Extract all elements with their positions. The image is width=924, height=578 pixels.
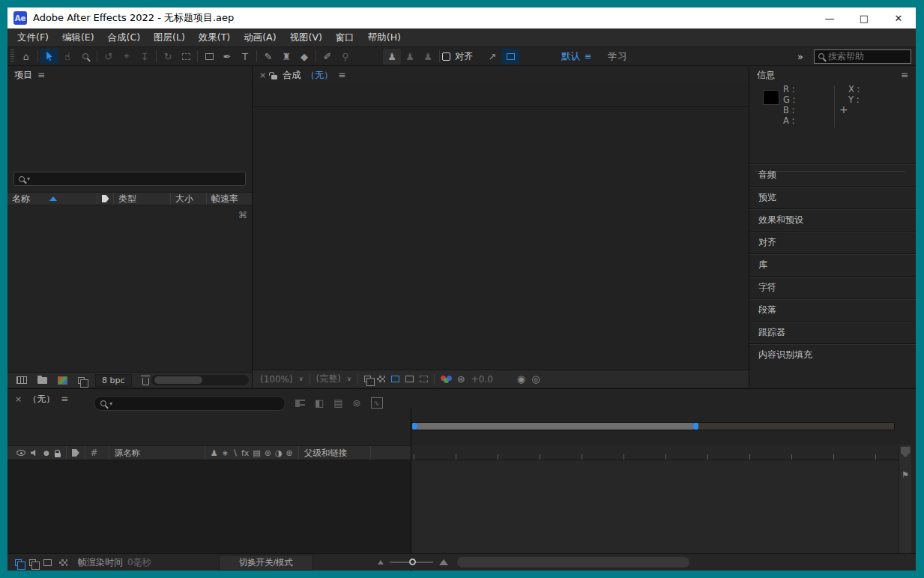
exposure-icon[interactable]: ⊛ xyxy=(457,373,465,385)
audio-icon[interactable] xyxy=(31,450,38,457)
pen-tool-icon[interactable]: ✒ xyxy=(218,49,236,64)
graph-editor-icon[interactable]: ∿ xyxy=(371,397,383,409)
info-panel-menu-icon[interactable]: ≡ xyxy=(901,70,908,80)
new-folder-icon[interactable] xyxy=(37,377,47,384)
panel-tab-character[interactable]: 字符 xyxy=(749,276,916,298)
comp-panel-menu-icon[interactable]: ≡ xyxy=(338,70,345,80)
menu-window[interactable]: 窗口 xyxy=(336,31,354,44)
roto-brush-tool-icon[interactable]: ✐ xyxy=(318,49,336,64)
menu-edit[interactable]: 编辑(E) xyxy=(62,31,94,44)
panel-tab-align[interactable]: 对齐 xyxy=(749,231,916,253)
snap-options-icon[interactable] xyxy=(501,49,519,64)
parent-link-column[interactable]: 父级和链接 xyxy=(298,446,370,460)
project-settings-icon[interactable] xyxy=(78,377,85,384)
menu-help[interactable]: 帮助(H) xyxy=(368,31,401,44)
menu-animation[interactable]: 动画(A) xyxy=(244,31,276,44)
panel-tab-libraries[interactable]: 库 xyxy=(749,253,916,276)
menu-composition[interactable]: 合成(C) xyxy=(108,31,140,44)
selection-tool-icon[interactable] xyxy=(40,49,58,64)
composition-viewer[interactable] xyxy=(253,84,749,370)
column-name[interactable]: 名称 xyxy=(7,193,97,205)
timeline-tab-close-icon[interactable]: × xyxy=(15,394,22,404)
solo-icon[interactable]: ● xyxy=(43,449,49,457)
menu-file[interactable]: 文件(F) xyxy=(17,31,49,44)
help-search[interactable] xyxy=(814,49,911,64)
panel-tab-paragraph[interactable]: 段落 xyxy=(749,298,916,321)
panel-tab-tracker[interactable]: 跟踪器 xyxy=(749,321,916,343)
resolution-dropdown[interactable]: (完整) xyxy=(316,373,341,385)
help-search-input[interactable] xyxy=(828,51,903,61)
toggle-inout-pane-icon[interactable] xyxy=(43,559,52,566)
pan-camera-tool-icon[interactable]: ⌖ xyxy=(118,49,136,64)
show-snapshot-icon[interactable]: ◎ xyxy=(531,373,540,385)
work-area-end-handle[interactable] xyxy=(693,423,698,430)
maximize-button[interactable]: □ xyxy=(847,7,881,28)
zoom-in-icon[interactable] xyxy=(439,559,448,565)
rectangle-tool-icon[interactable] xyxy=(200,49,218,64)
workspace-learn[interactable]: 学习 xyxy=(608,50,626,63)
column-framerate[interactable]: 帧速率 xyxy=(207,193,250,205)
chevron-down-icon[interactable]: ∨ xyxy=(347,376,351,382)
motion-blur-icon[interactable]: ⊚ xyxy=(353,397,361,409)
zoom-tool-icon[interactable] xyxy=(76,49,94,64)
project-search[interactable]: ▾ xyxy=(13,172,246,186)
project-tab[interactable]: 项目 xyxy=(14,69,32,82)
track-area[interactable] xyxy=(411,460,899,558)
switches-column[interactable]: ♟ ∗ ∖ fx ▤ ⊚ ◑ ⊛ xyxy=(205,446,298,460)
brush-tool-icon[interactable]: ✎ xyxy=(259,49,277,64)
timeline-tab[interactable]: （无） xyxy=(28,393,55,406)
puppet-pin-tool-icon[interactable]: ⚲ xyxy=(336,49,354,64)
column-size[interactable]: 大小 xyxy=(171,193,207,205)
comp-tab-close-icon[interactable]: × xyxy=(259,70,266,80)
layer-list-area[interactable] xyxy=(7,460,411,558)
zoom-out-icon[interactable] xyxy=(378,560,384,565)
magnification-dropdown[interactable]: (100%) xyxy=(260,374,293,385)
video-visibility-icon[interactable] xyxy=(16,450,25,456)
menu-layer[interactable]: 图层(L) xyxy=(154,31,185,44)
eraser-tool-icon[interactable]: ◆ xyxy=(295,49,313,64)
project-hscrollbar[interactable] xyxy=(151,375,249,385)
frame-blending-icon[interactable]: ▤ xyxy=(333,397,342,409)
toggle-transfer-pane-icon[interactable] xyxy=(29,559,36,566)
axis-mode-1-icon[interactable]: ♟ xyxy=(383,49,401,64)
workspace-overflow-icon[interactable]: » xyxy=(797,51,803,62)
time-ruler[interactable] xyxy=(411,445,899,460)
panel-tab-preview[interactable]: 预览 xyxy=(749,186,916,208)
project-search-input[interactable] xyxy=(32,173,220,184)
panel-tab-content-aware-fill[interactable]: 内容识别填充 xyxy=(749,343,916,366)
dolly-camera-tool-icon[interactable]: ↧ xyxy=(136,49,154,64)
home-icon[interactable]: ⌂ xyxy=(17,49,35,64)
transparency-grid-icon[interactable] xyxy=(377,376,385,382)
hand-tool-icon[interactable]: ☝ xyxy=(58,49,76,64)
pixel-aspect-icon[interactable] xyxy=(420,376,428,382)
show-channels-icon[interactable] xyxy=(441,376,451,383)
rotation-tool-icon[interactable]: ↻ xyxy=(159,49,177,64)
comp-marker-bin-icon[interactable] xyxy=(901,447,911,457)
clone-stamp-tool-icon[interactable]: ♜ xyxy=(277,49,295,64)
trash-icon[interactable] xyxy=(142,378,149,385)
toggle-switches-pane-icon[interactable] xyxy=(15,559,22,566)
panel-tab-effects-presets[interactable]: 效果和预设 xyxy=(749,208,916,231)
draft-3d-icon[interactable]: ◧ xyxy=(315,397,324,409)
zoom-slider-thumb[interactable] xyxy=(409,559,416,565)
workspace-menu-icon[interactable]: ≡ xyxy=(585,52,591,61)
work-area-start-handle[interactable] xyxy=(412,423,417,430)
close-button[interactable]: ✕ xyxy=(881,7,916,28)
minimize-button[interactable]: — xyxy=(812,7,847,28)
scrollbar-thumb[interactable] xyxy=(154,376,202,384)
chevron-down-icon[interactable]: ∨ xyxy=(299,376,304,382)
unlock-icon[interactable] xyxy=(271,75,277,79)
workspace-default[interactable]: 默认 xyxy=(561,50,580,63)
timeline-panel-menu-icon[interactable]: ≡ xyxy=(61,394,68,404)
axis-mode-3-icon[interactable]: ♟ xyxy=(419,49,437,64)
comp-tab[interactable]: 合成 xyxy=(283,69,301,82)
mask-visibility-icon[interactable] xyxy=(391,376,399,382)
region-of-interest-icon[interactable] xyxy=(405,376,414,382)
label-column[interactable] xyxy=(66,446,85,460)
project-panel-menu-icon[interactable]: ≡ xyxy=(37,70,45,80)
toolbar-grip[interactable] xyxy=(10,49,14,63)
toggle-switches-modes-button[interactable]: 切换开关/模式 xyxy=(219,555,313,571)
panel-tab-audio[interactable]: 音频 xyxy=(749,163,916,186)
source-name-column[interactable]: 源名称 xyxy=(109,446,205,460)
interpret-footage-icon[interactable] xyxy=(16,376,27,384)
